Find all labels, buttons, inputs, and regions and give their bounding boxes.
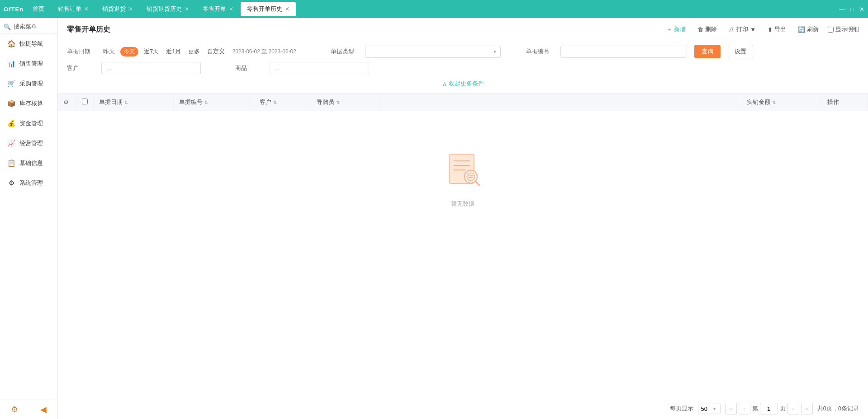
main-layout: 🔍 搜索菜单 🏠 快捷导航 📊 销售管理 🛒 采购管理 📦 库存核算 💰 资金管… [0, 18, 868, 419]
close-button[interactable]: ✕ [859, 6, 864, 13]
per-page-select[interactable]: 10 20 50 100 [698, 404, 721, 414]
col-customer-sort[interactable]: 客户 ⇅ [260, 98, 305, 106]
prev-page-button[interactable]: ‹ [739, 403, 750, 414]
basics-icon: 📋 [7, 159, 16, 168]
print-button[interactable]: 🖨 打印 ▼ [726, 24, 759, 35]
col-date: 单据日期 ⇅ [93, 94, 174, 111]
next-page-button[interactable]: › [787, 403, 799, 414]
settings-icon-bottom[interactable]: ⚙ [11, 405, 18, 414]
sidebar-item-finance[interactable]: 💰 资金管理 [0, 113, 57, 133]
last-page-button[interactable]: » [801, 403, 813, 414]
svg-point-5 [467, 173, 475, 181]
doc-num-input[interactable] [560, 46, 687, 58]
refresh-button[interactable]: 🔄 刷新 [795, 24, 821, 35]
table-header: ⚙ 单据日期 ⇅ 单据编号 [58, 94, 868, 111]
print-arrow-icon: ▼ [750, 26, 756, 33]
setting-button[interactable]: 设置 [728, 45, 753, 58]
export-label: 导出 [774, 25, 786, 33]
collapse-button[interactable]: ∧ 收起更多条件 [442, 80, 484, 88]
content-area: 零售开单历史 ＋ 新增 🗑 删除 🖨 打印 ▼ ⬆ 导出 [58, 18, 868, 419]
filter-area: 单据日期 昨天 今天 近7天 近1月 更多 自定义 2023-06-02 至 2… [58, 39, 868, 94]
tab-sales-order-close[interactable]: ✕ [84, 6, 89, 12]
tab-home[interactable]: 首页 [26, 2, 51, 16]
page-input[interactable]: 1 [760, 403, 778, 414]
display-detail-label: 显示明细 [835, 25, 859, 33]
pagination-bar: 每页显示 10 20 50 100 « ‹ 第 1 页 › » 共0页，0条记录 [58, 398, 868, 419]
goods-input[interactable] [270, 62, 369, 74]
col-checkbox[interactable] [76, 94, 93, 111]
tab-sales-order-label: 销售订单 [58, 5, 81, 13]
col-docnum-sort[interactable]: 单据编号 ⇅ [179, 98, 248, 106]
date-opt-7days[interactable]: 近7天 [142, 47, 161, 56]
tab-retail-order-history[interactable]: 零售开单历史 ✕ [241, 2, 296, 16]
sidebar-item-system[interactable]: ⚙ 系统管理 [0, 173, 57, 193]
display-detail-checkbox[interactable]: 显示明细 [828, 25, 859, 33]
svg-line-6 [475, 181, 479, 185]
sidebar-item-purchase[interactable]: 🛒 采购管理 [0, 74, 57, 94]
col-settings[interactable]: ⚙ [58, 94, 76, 111]
col-spacer [379, 94, 741, 111]
date-opt-custom[interactable]: 自定义 [205, 47, 227, 56]
sidebar-item-inventory[interactable]: 📦 库存核算 [0, 94, 57, 113]
sidebar-item-finance-label: 资金管理 [19, 119, 43, 127]
tab-home-label: 首页 [33, 5, 44, 13]
col-salesperson-sort-icon: ⇅ [336, 100, 340, 105]
sidebar-item-quick-nav[interactable]: 🏠 快捷导航 [0, 34, 57, 54]
empty-state-cell: 暂无数据 [58, 111, 868, 226]
select-all-checkbox[interactable] [82, 99, 88, 104]
customer-filter-label: 客户 [67, 64, 94, 72]
tab-sales-return-history[interactable]: 销货退货历史 ✕ [140, 2, 195, 16]
tab-sales-order[interactable]: 销售订单 ✕ [52, 2, 95, 16]
sidebar-bottom: ⚙ ◀ [0, 400, 57, 419]
col-date-sort[interactable]: 单据日期 ⇅ [99, 98, 168, 106]
page-label: 第 [752, 405, 758, 413]
finance-icon: 💰 [7, 119, 16, 128]
search-icon: 🔍 [4, 24, 11, 30]
sidebar-item-basics[interactable]: 📋 基础信息 [0, 153, 57, 173]
col-docnum: 单据编号 ⇅ [174, 94, 254, 111]
display-detail-input[interactable] [828, 27, 834, 33]
col-salesperson-label: 导购员 [317, 98, 334, 106]
tab-sales-return-close[interactable]: ✕ [128, 6, 133, 12]
page-header: 零售开单历史 ＋ 新增 🗑 删除 🖨 打印 ▼ ⬆ 导出 [58, 18, 868, 39]
tab-sales-return-history-label: 销货退货历史 [147, 5, 182, 13]
collapse-row: ∧ 收起更多条件 [67, 78, 859, 88]
refresh-icon: 🔄 [798, 26, 805, 33]
col-salesperson-sort[interactable]: 导购员 ⇅ [317, 98, 374, 106]
maximize-button[interactable]: □ [850, 6, 854, 13]
query-button[interactable]: 查询 [694, 45, 721, 58]
add-button[interactable]: ＋ 新增 [664, 24, 688, 35]
tab-retail-order-close[interactable]: ✕ [229, 6, 233, 12]
inventory-icon: 📦 [7, 99, 16, 108]
tab-sales-return[interactable]: 销货退货 ✕ [96, 2, 139, 16]
sales-icon: 📊 [7, 59, 16, 68]
sidebar-item-operations-label: 经营管理 [19, 139, 43, 147]
date-opt-yesterday[interactable]: 昨天 [101, 47, 117, 56]
tab-retail-order-label: 零售开单 [203, 5, 226, 13]
first-page-button[interactable]: « [725, 403, 737, 414]
export-button[interactable]: ⬆ 导出 [765, 24, 789, 35]
date-opt-more[interactable]: 更多 [186, 47, 202, 56]
empty-state: 暂无数据 [58, 111, 868, 226]
sidebar-item-sales[interactable]: 📊 销售管理 [0, 54, 57, 74]
tab-retail-order[interactable]: 零售开单 ✕ [196, 2, 240, 16]
collapse-sidebar-icon[interactable]: ◀ [40, 405, 47, 414]
date-opt-today[interactable]: 今天 [120, 47, 138, 56]
date-opt-1month[interactable]: 近1月 [164, 47, 183, 56]
minimize-button[interactable]: — [839, 6, 845, 13]
sidebar-item-operations[interactable]: 📈 经营管理 [0, 133, 57, 153]
sidebar-search[interactable]: 🔍 搜索菜单 [0, 18, 57, 34]
tab-sales-return-label: 销货退货 [102, 5, 126, 13]
delete-button[interactable]: 🗑 删除 [695, 24, 720, 35]
col-amount-sort-icon: ⇅ [772, 100, 776, 105]
doc-type-select[interactable] [365, 46, 501, 58]
doc-type-label: 单据类型 [331, 47, 358, 56]
customer-input[interactable] [101, 62, 201, 74]
tab-sales-return-history-close[interactable]: ✕ [185, 6, 189, 12]
table-body: 暂无数据 [58, 111, 868, 226]
tab-retail-order-history-close[interactable]: ✕ [285, 6, 289, 12]
sidebar-item-sales-label: 销售管理 [19, 60, 43, 68]
brand-logo: OfTEn [4, 6, 24, 13]
col-amount-sort[interactable]: 实销金额 ⇅ [747, 98, 816, 106]
col-docnum-label: 单据编号 [179, 98, 203, 106]
